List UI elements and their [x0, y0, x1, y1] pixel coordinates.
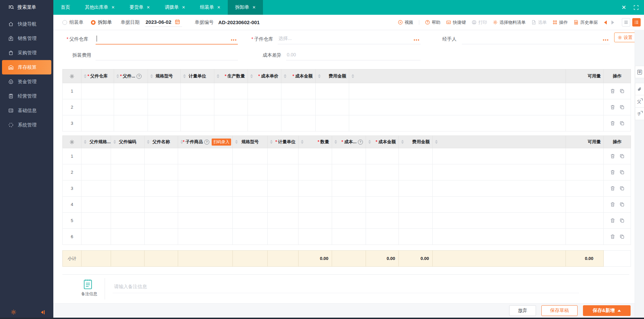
sidebar-item-inventory[interactable]: 库存核算 [2, 60, 51, 74]
cell-spec[interactable] [233, 229, 268, 245]
scan-entry-badge[interactable]: 扫码录入 [212, 139, 231, 146]
col-qty[interactable]: 数量 [299, 136, 332, 148]
copy-row-icon[interactable] [620, 186, 625, 191]
cell-unit[interactable] [268, 148, 299, 164]
cell-parent-item[interactable] [114, 115, 148, 131]
child-warehouse-picker-icon[interactable] [414, 38, 420, 42]
close-tab-icon[interactable] [217, 5, 220, 10]
cell-fee-amount[interactable] [399, 229, 433, 245]
col-unit-cost[interactable]: 成本单价 [248, 69, 281, 83]
sidebar-item-system[interactable]: 系统管理 [0, 118, 53, 132]
cell-production-qty[interactable] [214, 99, 248, 115]
col-unit[interactable]: 计量单位 [181, 69, 214, 83]
sort-icon[interactable] [318, 74, 321, 78]
fullscreen-icon[interactable] [634, 5, 639, 10]
cell-qty[interactable] [299, 213, 332, 229]
sort-icon[interactable] [401, 140, 404, 144]
col-parent-item[interactable]: 父件... [114, 69, 148, 83]
cell-unit-cost[interactable] [332, 148, 366, 164]
cell-fee-amount[interactable] [316, 115, 349, 131]
sort-icon[interactable] [147, 140, 150, 144]
parent-warehouse-input[interactable] [96, 33, 238, 43]
cell-spec[interactable] [148, 83, 181, 99]
cell-parent-code[interactable] [111, 197, 145, 213]
copy-row-icon[interactable] [620, 154, 625, 159]
col-parent-code[interactable]: 父件编码 [111, 136, 145, 148]
cell-fee-amount[interactable] [399, 213, 433, 229]
discard-button[interactable]: 放弃 [509, 305, 536, 316]
close-window-icon[interactable] [622, 4, 626, 11]
prev-record-icon[interactable] [604, 20, 607, 24]
cell-cost-amount[interactable] [366, 148, 399, 164]
cell-parent-name[interactable] [145, 180, 178, 197]
column-settings[interactable] [63, 69, 82, 83]
cell-child-product[interactable] [178, 229, 233, 245]
cell-cost-amount[interactable] [366, 197, 399, 213]
sort-icon[interactable] [235, 140, 238, 144]
expand-child-panel-icon[interactable]: 子 [635, 108, 644, 120]
cell-qty[interactable] [299, 229, 332, 245]
cell-parent-name[interactable] [145, 213, 178, 229]
cell-cost-amount[interactable] [281, 115, 316, 131]
expand-parent-panel-icon[interactable]: 父 [635, 95, 644, 108]
cell-child-product[interactable] [178, 148, 233, 164]
cell-child-product[interactable] [178, 213, 233, 229]
cell-unit-cost[interactable] [332, 180, 366, 197]
cell-fee-amount[interactable] [399, 180, 433, 197]
cell-parent-item[interactable] [114, 99, 148, 115]
col-production-qty[interactable]: 生产数量 [214, 69, 248, 83]
settings-gear-icon[interactable] [11, 309, 16, 315]
cell-unit-cost[interactable] [332, 197, 366, 213]
handler-input[interactable] [462, 33, 610, 43]
cell-cost-amount[interactable] [281, 99, 316, 115]
help-button[interactable]: 帮助 [425, 19, 440, 25]
remark-input[interactable] [113, 281, 579, 292]
settings-button[interactable]: 设置 [614, 33, 636, 42]
delete-row-icon[interactable] [610, 121, 615, 126]
delete-row-icon[interactable] [610, 170, 615, 175]
sidebar-item-basic-info[interactable]: 基础信息 [0, 103, 53, 118]
sort-icon[interactable] [352, 74, 354, 78]
cell-unit[interactable] [181, 99, 214, 115]
col-parent-spec[interactable]: 父件规格... [82, 136, 111, 148]
parent-warehouse-picker-icon[interactable] [231, 38, 237, 42]
cell-parent-spec[interactable] [82, 213, 111, 229]
column-settings[interactable] [63, 136, 82, 148]
operate-button[interactable]: 操作 [552, 19, 568, 25]
cell-unit-cost[interactable] [332, 164, 366, 180]
cell-spec[interactable] [233, 180, 268, 197]
sidebar-item-quick-nav[interactable]: 快捷导航 [0, 17, 53, 31]
close-tab-icon[interactable] [111, 5, 115, 10]
delete-row-icon[interactable] [610, 105, 615, 110]
copy-row-icon[interactable] [620, 202, 625, 207]
sort-icon[interactable] [368, 140, 371, 144]
cell-cost-amount[interactable] [366, 164, 399, 180]
history-button[interactable]: 历史单据 [574, 19, 598, 25]
copy-row-icon[interactable] [620, 234, 625, 239]
sort-icon[interactable] [84, 74, 87, 78]
cell-parent-item[interactable] [114, 83, 148, 99]
col-cost-amount[interactable]: 成本金额 [281, 69, 316, 83]
radio-assembly-order[interactable]: 组装单 [62, 19, 84, 25]
save-draft-button[interactable]: 保存草稿 [541, 305, 578, 316]
cell-unit-cost[interactable] [332, 213, 366, 229]
close-tab-icon[interactable] [182, 5, 185, 10]
video-button[interactable]: 视频 [398, 19, 413, 25]
cell-parent-code[interactable] [111, 213, 145, 229]
sidebar-item-purchase[interactable]: 采购管理 [0, 46, 53, 60]
copy-row-icon[interactable] [620, 105, 625, 110]
cell-spec[interactable] [148, 99, 181, 115]
cell-parent-spec[interactable] [82, 180, 111, 197]
help-circle-icon[interactable] [204, 140, 209, 145]
cell-unit[interactable] [268, 180, 299, 197]
sort-icon[interactable] [217, 74, 219, 78]
cell-child-product[interactable] [178, 197, 233, 213]
sort-icon[interactable] [84, 140, 87, 144]
sidebar-item-operations[interactable]: 经营管理 [0, 89, 53, 103]
cell-cost-amount[interactable] [366, 213, 399, 229]
close-tab-icon[interactable] [252, 5, 256, 10]
cell-spec[interactable] [233, 197, 268, 213]
next-record-icon[interactable] [611, 20, 614, 24]
cell-qty[interactable] [299, 164, 332, 180]
list-view-toggle[interactable] [622, 18, 630, 26]
